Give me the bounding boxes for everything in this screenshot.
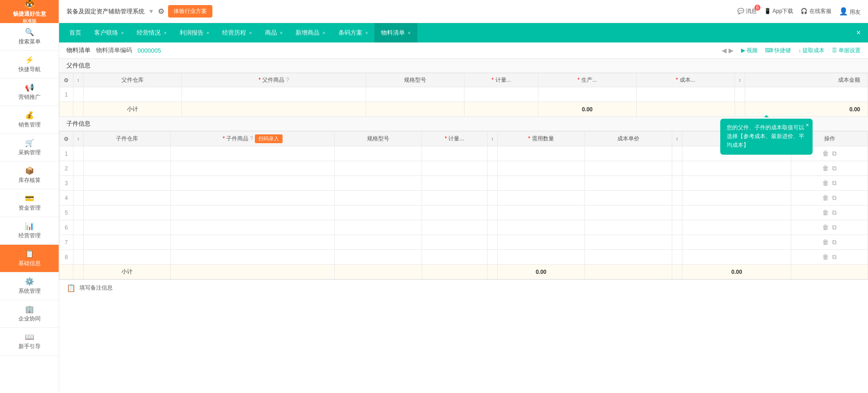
child-row3-product[interactable] (171, 176, 335, 191)
parent-row1-produce[interactable] (538, 87, 636, 102)
header-dropdown-icon[interactable]: ▼ (148, 8, 154, 15)
user-btn[interactable]: 👤 用友 (839, 7, 861, 16)
copy-icon-row7[interactable]: ⧉ (832, 238, 837, 246)
sidebar-item-basic[interactable]: 📋 基础信息 (0, 245, 59, 272)
child-row5-unit[interactable] (422, 206, 487, 220)
child-row6-qty[interactable] (497, 220, 585, 235)
tab-goods[interactable]: 商品 × (259, 23, 289, 42)
tab-operation-status-close[interactable]: × (163, 30, 166, 36)
sidebar-item-guide[interactable]: 📖 新手引导 (0, 328, 59, 356)
sidebar-item-purchase[interactable]: 🛒 采购管理 (0, 134, 59, 162)
extract-cost-btn[interactable]: ↓ 提取成本 (798, 47, 825, 54)
tab-home[interactable]: 首页 (63, 23, 88, 42)
copy-icon-row4[interactable]: ⧉ (832, 194, 837, 201)
child-row1-warehouse[interactable] (84, 146, 171, 161)
tab-operation-history-close[interactable]: × (249, 30, 252, 36)
child-row1-spec[interactable] (334, 146, 422, 161)
tab-operation-status[interactable]: 经营情况 × (130, 23, 173, 42)
child-row7-unit-cost[interactable] (585, 235, 672, 250)
delete-icon-row2[interactable]: 🗑 (822, 164, 829, 172)
tab-customer-close[interactable]: × (121, 30, 124, 36)
delete-icon-row4[interactable]: 🗑 (822, 194, 829, 201)
close-all-tabs[interactable]: × (853, 29, 864, 37)
delete-icon-row3[interactable]: 🗑 (822, 179, 829, 187)
child-row8-warehouse[interactable] (84, 250, 171, 265)
prev-arrow[interactable]: ◀ (722, 47, 727, 54)
child-row4-warehouse[interactable] (84, 191, 171, 206)
shortcut-btn[interactable]: ⌨ 快捷键 (765, 47, 791, 54)
delete-icon-row7[interactable]: 🗑 (822, 238, 829, 246)
sidebar-item-system[interactable]: ⚙️ 系统管理 (0, 272, 59, 300)
child-row4-qty[interactable] (497, 191, 585, 206)
child-row3-unit-cost[interactable] (585, 176, 672, 191)
child-row2-unit-cost[interactable] (585, 161, 672, 176)
copy-icon-row5[interactable]: ⧉ (832, 209, 837, 216)
child-row2-spec[interactable] (334, 161, 422, 176)
child-row6-unit[interactable] (422, 220, 487, 235)
child-row6-product[interactable] (171, 220, 335, 235)
child-row7-qty[interactable] (497, 235, 585, 250)
child-row2-warehouse[interactable] (84, 161, 171, 176)
delete-icon-row1[interactable]: 🗑 (822, 150, 829, 157)
child-row3-qty[interactable] (497, 176, 585, 191)
child-row4-unit-cost[interactable] (585, 191, 672, 206)
sidebar-item-quick-nav[interactable]: ⚡ 快捷导航 (0, 51, 59, 79)
child-row5-spec[interactable] (334, 206, 422, 220)
sidebar-item-sales[interactable]: 💰 销售管理 (0, 106, 59, 134)
sidebar-item-marketing[interactable]: 📢 营销推广 (0, 79, 59, 106)
child-row8-unit[interactable] (422, 250, 487, 265)
tab-profit-report[interactable]: 利润报告 × (173, 23, 216, 42)
tab-barcode[interactable]: 条码方案 × (332, 23, 374, 42)
child-row2-product[interactable] (171, 161, 335, 176)
child-row6-warehouse[interactable] (84, 220, 171, 235)
child-row7-spec[interactable] (334, 235, 422, 250)
message-btn[interactable]: 💬 消息 6 (737, 7, 757, 15)
sidebar-item-search[interactable]: 🔍 搜索菜单 (0, 23, 59, 51)
sidebar-item-finance[interactable]: 💳 资金管理 (0, 189, 59, 217)
child-row6-unit-cost[interactable] (585, 220, 672, 235)
scan-btn[interactable]: 扫码录入 (255, 134, 283, 143)
child-row3-warehouse[interactable] (84, 176, 171, 191)
delete-icon-row6[interactable]: 🗑 (822, 224, 829, 231)
child-row5-qty[interactable] (497, 206, 585, 220)
child-row8-qty[interactable] (497, 250, 585, 265)
child-row3-spec[interactable] (334, 176, 422, 191)
child-row4-spec[interactable] (334, 191, 422, 206)
tab-customer[interactable]: 客户联络 × (88, 23, 130, 42)
parent-row1-unit[interactable] (464, 87, 538, 102)
child-row2-qty[interactable] (497, 161, 585, 176)
child-row7-warehouse[interactable] (84, 235, 171, 250)
tab-barcode-close[interactable]: × (365, 30, 368, 36)
view-video-btn[interactable]: ▶ 视频 (741, 47, 758, 54)
child-row5-unit-cost[interactable] (585, 206, 672, 220)
delete-icon-row5[interactable]: 🗑 (822, 209, 829, 216)
parent-col-settings[interactable]: ⚙ (60, 73, 73, 87)
copy-icon-row3[interactable]: ⧉ (832, 179, 837, 187)
tab-bom-close[interactable]: × (408, 30, 410, 36)
child-row1-qty[interactable] (497, 146, 585, 161)
sidebar-item-operation[interactable]: 📊 经营管理 (0, 217, 59, 245)
child-row4-product[interactable] (171, 191, 335, 206)
child-row1-unit[interactable] (422, 146, 487, 161)
single-settings-btn[interactable]: ☰ 单据设置 (832, 47, 861, 54)
parent-row1-warehouse[interactable] (84, 87, 182, 102)
child-row1-product[interactable] (171, 146, 335, 161)
child-row8-spec[interactable] (334, 250, 422, 265)
copy-icon-row2[interactable]: ⧉ (832, 164, 837, 172)
parent-row1-spec[interactable] (366, 87, 464, 102)
copy-icon-row1[interactable]: ⧉ (832, 150, 837, 157)
copy-icon-row8[interactable]: ⧉ (832, 253, 837, 260)
child-row5-product[interactable] (171, 206, 335, 220)
tooltip-close-btn[interactable]: × (806, 121, 809, 130)
sidebar-item-inventory[interactable]: 📦 库存核算 (0, 162, 59, 189)
tab-goods-close[interactable]: × (280, 30, 283, 36)
child-row2-unit[interactable] (422, 161, 487, 176)
sidebar-item-enterprise[interactable]: 🏢 企业协同 (0, 300, 59, 328)
child-row5-warehouse[interactable] (84, 206, 171, 220)
tab-new-goods[interactable]: 新增商品 × (289, 23, 332, 42)
child-row7-unit[interactable] (422, 235, 487, 250)
tab-operation-history[interactable]: 经营历程 × (216, 23, 258, 42)
delete-icon-row8[interactable]: 🗑 (822, 253, 829, 260)
child-product-help-icon[interactable]: ? (250, 135, 253, 142)
trial-btn[interactable]: 体验行业方案 (168, 5, 212, 18)
